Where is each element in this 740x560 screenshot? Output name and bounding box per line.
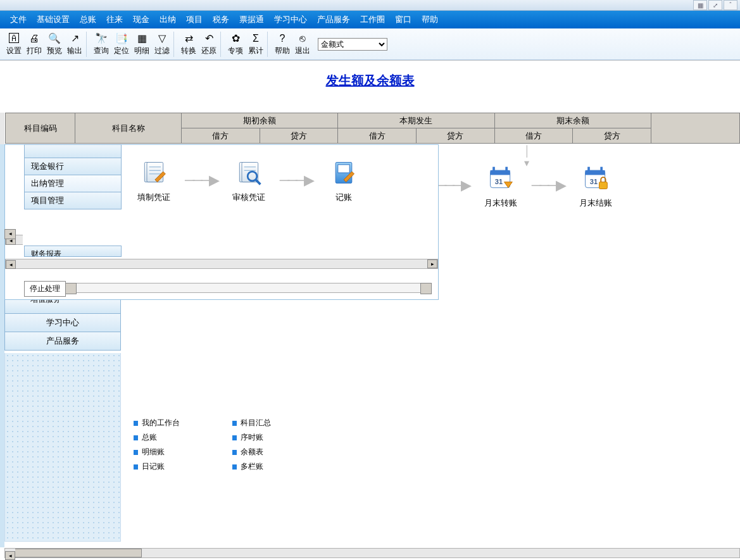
arrow-down-icon: │▾ bbox=[524, 146, 530, 169]
tool-查询[interactable]: 🔭查询 bbox=[91, 30, 111, 59]
col-subject-name: 科目名称 bbox=[75, 113, 182, 144]
side-tab-现金银行[interactable]: 现金银行 bbox=[24, 158, 122, 175]
quicklink-label: 序时账 bbox=[241, 432, 263, 443]
cal-arrow-icon bbox=[486, 163, 516, 194]
tool-打印[interactable]: 🖨打印 bbox=[24, 30, 44, 59]
colgroup-closing: 期末余额 bbox=[494, 113, 651, 128]
menu-7[interactable]: 税务 bbox=[209, 11, 233, 28]
scroll-right-icon[interactable]: ▸ bbox=[427, 259, 437, 268]
col-curr-dr: 借方 bbox=[338, 128, 417, 144]
flow-审核凭证[interactable]: 审核凭证 bbox=[227, 158, 271, 203]
tool-label: 预览 bbox=[47, 46, 62, 56]
tool-还原[interactable]: ↶还原 bbox=[199, 30, 219, 59]
scroll-left-tiny[interactable]: ◂ bbox=[4, 229, 16, 239]
quicklink-label: 科目汇总 bbox=[241, 418, 271, 428]
col-blank bbox=[651, 113, 740, 144]
chevron-up-icon[interactable]: ˆ bbox=[724, 0, 737, 10]
lower-side-cutoff[interactable]: 增值服务 bbox=[4, 300, 121, 314]
累计-icon: Σ bbox=[249, 32, 262, 45]
menu-11[interactable]: 工作圈 bbox=[356, 11, 389, 28]
menu-5[interactable]: 出纳 bbox=[156, 11, 180, 28]
tool-明细[interactable]: ▦明细 bbox=[132, 30, 152, 59]
tool-label: 专项 bbox=[228, 46, 243, 56]
输出-icon: ↗ bbox=[68, 32, 81, 45]
toolbar-separator bbox=[220, 32, 224, 57]
quicklink-科目汇总[interactable]: 科目汇总 bbox=[230, 418, 271, 428]
tool-label: 退出 bbox=[295, 46, 310, 56]
menu-3[interactable]: 往来 bbox=[103, 11, 127, 28]
side-tab-项目管理[interactable]: 项目管理 bbox=[24, 192, 122, 209]
menu-4[interactable]: 现金 bbox=[129, 11, 153, 28]
quicklink-总账[interactable]: 总账 bbox=[132, 432, 180, 443]
amount-format-select[interactable]: 金额式 bbox=[318, 38, 387, 51]
page-hscroll[interactable]: ◂ bbox=[4, 548, 740, 558]
menu-10[interactable]: 产品服务 bbox=[313, 11, 354, 28]
scroll-thumb[interactable] bbox=[15, 549, 142, 557]
quicklink-label: 多栏账 bbox=[241, 461, 263, 472]
tool-退出[interactable]: ⎋退出 bbox=[292, 30, 313, 59]
flow-label: 记账 bbox=[336, 192, 352, 203]
menu-8[interactable]: 票据通 bbox=[235, 11, 268, 28]
menu-13[interactable]: 帮助 bbox=[418, 11, 442, 28]
quicklink-序时账[interactable]: 序时账 bbox=[230, 432, 271, 443]
tool-累计[interactable]: Σ累计 bbox=[246, 30, 266, 59]
menu-12[interactable]: 窗口 bbox=[391, 11, 415, 28]
side-tab-cutoff[interactable]: 财务报表 bbox=[24, 246, 122, 257]
menu-1[interactable]: 基础设置 bbox=[33, 11, 73, 28]
quicklink-我的工作台[interactable]: 我的工作台 bbox=[132, 418, 180, 428]
status-track[interactable] bbox=[65, 283, 432, 293]
menu-6[interactable]: 项目 bbox=[182, 11, 206, 28]
bullet-icon bbox=[132, 464, 138, 470]
flow-月末转账[interactable]: 月末转账 bbox=[479, 163, 523, 209]
tool-输出[interactable]: ↗输出 bbox=[65, 30, 85, 59]
quicklink-label: 我的工作台 bbox=[142, 418, 180, 428]
flow-月末结账[interactable]: 月末结账 bbox=[574, 163, 618, 209]
doc-pen-icon bbox=[139, 158, 169, 188]
quicklink-多栏账[interactable]: 多栏账 bbox=[230, 461, 271, 472]
tool-定位[interactable]: 📑定位 bbox=[111, 30, 132, 59]
tool-label: 过滤 bbox=[154, 46, 170, 56]
side-tab-blank[interactable] bbox=[24, 144, 122, 158]
arrow-right-icon: ───▶ bbox=[532, 177, 565, 194]
colgroup-current: 本期发生 bbox=[338, 113, 494, 128]
scroll-left-icon[interactable]: ◂ bbox=[6, 260, 16, 269]
tool-过滤[interactable]: ▽过滤 bbox=[152, 30, 172, 59]
arrow-right-icon: ───▶ bbox=[185, 172, 218, 189]
tool-转换[interactable]: ⇄转换 bbox=[179, 30, 199, 59]
bullet-icon bbox=[230, 435, 237, 440]
amount-format-combo[interactable]: 金额式 bbox=[318, 37, 387, 51]
tool-预览[interactable]: 🔍预览 bbox=[44, 30, 65, 59]
scroll-left-icon[interactable]: ◂ bbox=[5, 551, 15, 560]
tool-label: 设置 bbox=[6, 46, 22, 56]
grid-icon[interactable]: ▦ bbox=[693, 0, 707, 10]
quicklink-明细账[interactable]: 明细账 bbox=[132, 447, 180, 457]
quicklink-余额表[interactable]: 余额表 bbox=[230, 447, 271, 457]
menu-9[interactable]: 学习中心 bbox=[270, 11, 311, 28]
tool-帮助[interactable]: ?帮助 bbox=[272, 30, 292, 59]
window-titlebar: ▦ ⤢ ˆ bbox=[0, 0, 740, 11]
overlay-hscroll[interactable]: ◂ ▸ bbox=[5, 259, 438, 269]
tool-设置[interactable]: 🄰设置 bbox=[4, 30, 24, 59]
过滤-icon: ▽ bbox=[156, 32, 168, 45]
flow-记账[interactable]: 记账 bbox=[322, 158, 366, 203]
tool-label: 打印 bbox=[27, 46, 42, 56]
帮助-icon: ? bbox=[276, 32, 289, 45]
lower-side-产品服务[interactable]: 产品服务 bbox=[4, 332, 121, 351]
lower-side-学习中心[interactable]: 学习中心 bbox=[4, 313, 121, 332]
side-tab-出纳管理[interactable]: 出纳管理 bbox=[24, 175, 122, 192]
退出-icon: ⎋ bbox=[296, 32, 309, 45]
menu-2[interactable]: 总账 bbox=[76, 11, 100, 28]
col-open-cr: 贷方 bbox=[260, 128, 338, 144]
side-tab-cutoff-wrap: 财务报表 bbox=[24, 246, 122, 257]
menu-0[interactable]: 文件 bbox=[6, 11, 30, 28]
doc-mag-icon bbox=[234, 158, 264, 188]
flow-label: 审核凭证 bbox=[232, 192, 265, 203]
expand-icon[interactable]: ⤢ bbox=[708, 0, 722, 10]
stop-processing-button[interactable]: 停止处理 bbox=[24, 281, 66, 297]
toolbar-separator bbox=[86, 32, 90, 57]
workflow-area: 填制凭证───▶审核凭证───▶记账 bbox=[132, 158, 438, 246]
quicklink-日记账[interactable]: 日记账 bbox=[132, 461, 180, 472]
tool-专项[interactable]: ✿专项 bbox=[225, 30, 246, 59]
report-title-link[interactable]: 发生额及余额表 bbox=[326, 73, 415, 87]
flow-填制凭证[interactable]: 填制凭证 bbox=[132, 158, 176, 203]
